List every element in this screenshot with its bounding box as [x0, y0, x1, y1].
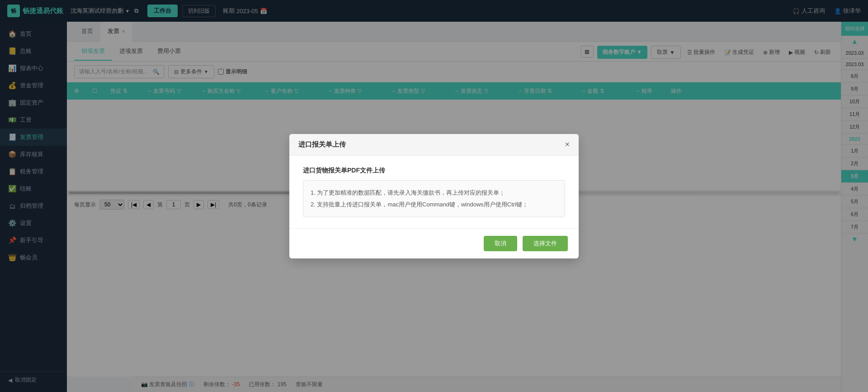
- info-item-1: 2. 支持批量上传进口报关单，mac用户使用Command键，windows用户…: [311, 199, 557, 210]
- info-box: 1. 为了更加精准的数据匹配，请先录入海关缴款书，再上传对应的报关单； 2. 支…: [303, 180, 565, 217]
- select-file-button[interactable]: 选择文件: [523, 236, 568, 251]
- cancel-button[interactable]: 取消: [484, 236, 517, 251]
- modal-close-button[interactable]: ×: [565, 140, 570, 148]
- modal-title: 进口报关单上传: [298, 140, 346, 149]
- modal-footer: 取消 选择文件: [289, 228, 579, 258]
- upload-title: 进口货物报关单PDF文件上传: [303, 167, 565, 175]
- info-item-0: 1. 为了更加精准的数据匹配，请先录入海关缴款书，再上传对应的报关单；: [311, 187, 557, 199]
- modal-overlay: 进口报关单上传 × 进口货物报关单PDF文件上传 1. 为了更加精准的数据匹配，…: [0, 0, 868, 392]
- import-modal: 进口报关单上传 × 进口货物报关单PDF文件上传 1. 为了更加精准的数据匹配，…: [289, 134, 579, 258]
- modal-header: 进口报关单上传 ×: [289, 134, 579, 156]
- modal-body: 进口货物报关单PDF文件上传 1. 为了更加精准的数据匹配，请先录入海关缴款书，…: [289, 156, 579, 228]
